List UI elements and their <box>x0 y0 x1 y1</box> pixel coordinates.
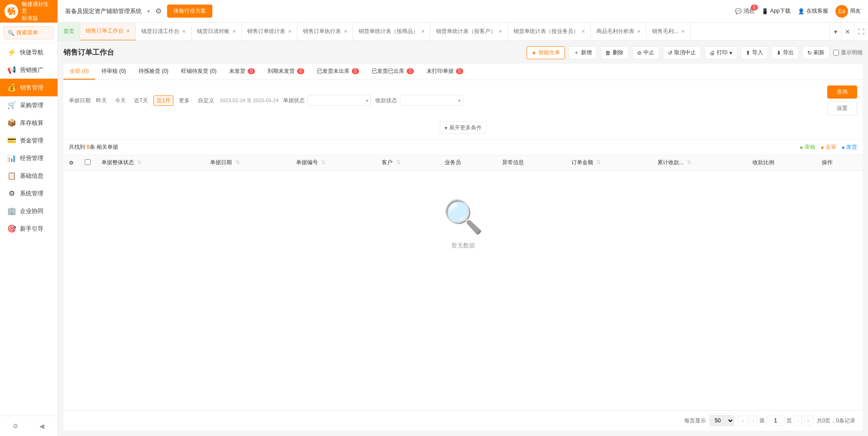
tab-close-sales-workbench[interactable]: ✕ <box>126 28 130 33</box>
tab-cash-reconcile[interactable]: 钱货日清对账 ✕ <box>192 23 242 41</box>
system-icon: ⚙ <box>7 189 16 198</box>
tab-close-cash-reconcile[interactable]: ✕ <box>232 29 236 34</box>
select-all-checkbox[interactable] <box>85 159 91 165</box>
delete-button[interactable]: 🗑 删除 <box>600 46 628 59</box>
sub-tab-overdue[interactable]: 到期未发货 0 <box>261 64 311 80</box>
tab-cash-daily[interactable]: 钱货日清工作台 ✕ <box>136 23 192 41</box>
tab-close-sales-exec[interactable]: ✕ <box>344 29 347 34</box>
service-icon: 👤 <box>798 8 805 14</box>
search-menu-button[interactable]: 🔍 搜索菜单 <box>4 26 54 39</box>
footer-collapse-button[interactable]: ◀ <box>31 421 53 431</box>
review-action-button[interactable]: ● 审核 <box>800 143 815 151</box>
sidebar-item-basic-info[interactable]: 📋 基础信息 <box>0 167 58 185</box>
number-sort-icon[interactable]: ⇅ <box>321 159 326 166</box>
tab-close-sales-by-product[interactable]: ✕ <box>421 29 425 34</box>
tab-gross-profit[interactable]: 商品毛利分析表 ✕ <box>591 23 647 41</box>
sidebar-item-sales[interactable]: 💰 销售管理 <box>0 79 58 96</box>
app-download-button[interactable]: 📱 App下载 <box>762 7 791 15</box>
tab-close-sales-by-customer[interactable]: ✕ <box>499 29 502 34</box>
tab-close-sales-stats[interactable]: ✕ <box>288 29 292 34</box>
show-detail-checkbox[interactable]: 显示明细 <box>833 49 863 57</box>
last-page-button[interactable]: » <box>804 416 813 426</box>
sub-tab-not-shipped[interactable]: 未发货 0 <box>223 64 261 80</box>
tab-overflow-button[interactable]: ▾ <box>830 23 841 41</box>
tab-sales-exec[interactable]: 销售订单执行表 ✕ <box>297 23 353 41</box>
ship-action-button[interactable]: ● 发货 <box>842 143 857 151</box>
shortcut-1month[interactable]: 近1月 <box>153 95 174 106</box>
collected-sort-icon[interactable]: ⇅ <box>687 159 691 166</box>
sub-tab-pending-inspect[interactable]: 待拣验货 (0) <box>132 64 175 80</box>
sidebar-item-enterprise[interactable]: 🏢 企业协同 <box>0 202 58 220</box>
sub-tab-not-printed[interactable]: 未打印单据 0 <box>420 64 470 80</box>
tab-close-gross-profit[interactable]: ✕ <box>637 29 641 34</box>
show-detail-input[interactable] <box>833 50 839 56</box>
sidebar-item-guide[interactable]: 🎯 新手引导 <box>0 220 58 237</box>
next-page-button[interactable]: › <box>794 416 802 426</box>
tab-expand-button[interactable]: ⛶ <box>854 23 868 41</box>
query-button[interactable]: 查询 <box>827 85 857 99</box>
pause-button[interactable]: ⊘ 中止 <box>632 46 659 59</box>
online-service-button[interactable]: 👤 在线客服 <box>798 7 828 15</box>
sidebar-item-purchase[interactable]: 🛒 采购管理 <box>0 96 58 114</box>
tab-close-all-button[interactable]: ✕ <box>841 23 854 41</box>
print-button[interactable]: 🖨 打印 ▾ <box>705 46 737 59</box>
add-button[interactable]: ＋ 新增 <box>569 46 597 59</box>
tab-sales-more[interactable]: 销售毛利... ✕ <box>647 23 691 41</box>
smart-create-button[interactable]: ★ 智能生单 <box>527 46 565 59</box>
shortcut-today[interactable]: 今天 <box>112 96 129 105</box>
solution-button[interactable]: 体验行业方案 <box>167 5 212 18</box>
refresh-button[interactable]: ↻ 刷新 <box>802 46 830 59</box>
expand-filter-button[interactable]: ▾ 展开更多条件 <box>440 122 487 134</box>
page-size-select[interactable]: 20 50 100 <box>710 415 734 426</box>
sidebar-item-system[interactable]: ⚙ 系统管理 <box>0 185 58 202</box>
tab-close-cash-daily[interactable]: ✕ <box>182 29 186 34</box>
amount-sort-icon[interactable]: ⇅ <box>596 159 601 166</box>
sidebar-item-quick-nav[interactable]: ⚡ 快捷导航 <box>0 43 58 61</box>
user-menu[interactable]: Ea 用友 <box>835 5 861 18</box>
finance-icon: 💳 <box>7 136 16 145</box>
sub-tab-all[interactable]: 全部 (0) <box>63 64 95 80</box>
tab-close-sales-more[interactable]: ✕ <box>681 29 685 34</box>
sub-tab-wangpu[interactable]: 旺铺待发货 (0) <box>175 64 223 80</box>
cancel-pause-button[interactable]: ↺ 取消中止 <box>663 46 701 59</box>
sidebar-item-inventory[interactable]: 📦 库存核算 <box>0 114 58 132</box>
message-button[interactable]: 💬 消息 6 <box>735 7 754 15</box>
prev-page-button[interactable]: ‹ <box>749 416 758 426</box>
sub-tab-shipped-not-out[interactable]: 已发货未出库 0 <box>311 64 365 80</box>
set-button[interactable]: 设置 <box>827 101 857 115</box>
date-sort-icon[interactable]: ⇅ <box>235 159 240 166</box>
status-select[interactable] <box>307 95 371 106</box>
payment-select[interactable] <box>400 95 463 106</box>
tab-sales-by-staff[interactable]: 销货单统计表（按业务员） ✕ <box>508 23 591 41</box>
sidebar-item-finance[interactable]: 💳 资金管理 <box>0 132 58 149</box>
sub-tab-pending-review[interactable]: 待审核 (0) <box>95 64 132 80</box>
shortcut-7days[interactable]: 近7天 <box>131 96 151 105</box>
settings-gear-icon[interactable]: ⚙ <box>155 7 162 15</box>
import-button[interactable]: ⬆ 导入 <box>741 46 768 59</box>
date-shortcuts: 昨天 今天 近7天 近1月 更多 自定义 <box>93 95 217 106</box>
tab-close-sales-by-staff[interactable]: ✕ <box>581 29 585 34</box>
column-settings-icon[interactable]: ⚙ <box>69 160 74 166</box>
tab-home[interactable]: 首页 <box>58 23 80 41</box>
footer-settings-button[interactable]: ⚙ <box>5 421 27 431</box>
tab-sales-workbench[interactable]: 销售订单工作台 ✕ <box>80 23 136 41</box>
table-header-row: ⚙ 单据整体状态 ⇅ 单据日期 <box>63 155 863 171</box>
status-sort-icon[interactable]: ⇅ <box>137 159 142 166</box>
sidebar-item-operations[interactable]: 📊 经营管理 <box>0 149 58 167</box>
tab-sales-by-product[interactable]: 销货单统计表（按商品） ✕ <box>353 23 431 41</box>
marketing-icon: 📢 <box>7 66 16 74</box>
shortcut-yesterday[interactable]: 昨天 <box>93 96 110 105</box>
tab-sales-stats[interactable]: 销售订单统计表 ✕ <box>242 23 297 41</box>
first-page-button[interactable]: « <box>738 416 748 426</box>
shortcut-more[interactable]: 更多 <box>176 96 192 105</box>
page-number-input[interactable] <box>767 416 785 426</box>
sub-tab-shipped-out[interactable]: 已发货已出库 0 <box>365 64 420 80</box>
logo-icon: 畅 <box>5 4 18 19</box>
shortcut-custom[interactable]: 自定义 <box>195 96 217 105</box>
customer-sort-icon[interactable]: ⇅ <box>396 159 401 166</box>
tab-sales-by-customer[interactable]: 销货单统计表（按客户） ✕ <box>431 23 508 41</box>
expand-icon: ▾ <box>445 125 447 131</box>
anti-review-action-button[interactable]: ● 去审 <box>821 143 836 151</box>
export-button[interactable]: ⬇ 导出 <box>772 46 799 59</box>
sidebar-item-marketing[interactable]: 📢 营销推广 <box>0 61 58 79</box>
